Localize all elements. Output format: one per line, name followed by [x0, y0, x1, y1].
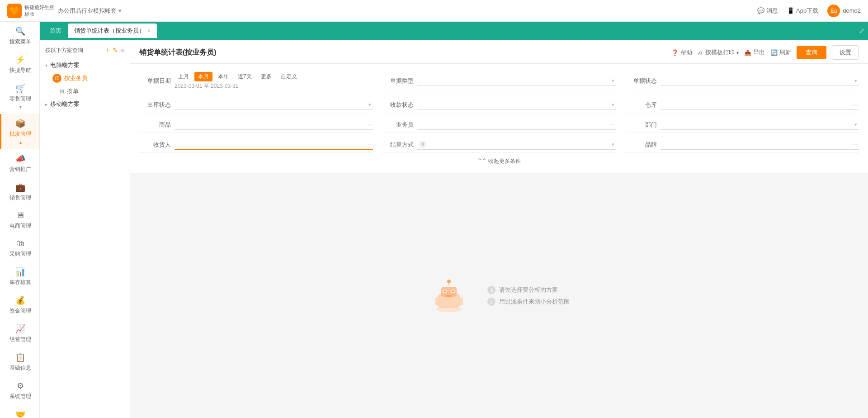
- grid-icon: ⊞: [60, 88, 64, 95]
- basic-info-icon: 📋: [15, 352, 25, 362]
- tab-home[interactable]: 首页: [43, 24, 68, 38]
- collapse-up-icon: ⌃⌃: [477, 157, 486, 165]
- help-btn[interactable]: ❓ 帮助: [671, 48, 692, 57]
- doc-status-label: 单据状态: [625, 77, 657, 85]
- scheme-tree: ▾ 电脑端方案 按 按业务员 ⊞ 按单: [40, 57, 130, 112]
- salesperson-dots[interactable]: ···: [609, 121, 614, 128]
- date-tab-this-month[interactable]: 本月: [194, 72, 212, 81]
- query-btn[interactable]: 查询: [797, 46, 826, 59]
- doc-status-arrow[interactable]: ▾: [854, 78, 857, 84]
- message-btn[interactable]: 💬 消息: [757, 7, 778, 15]
- date-tab-custom[interactable]: 自定义: [277, 72, 301, 81]
- purchase-icon: 🛍: [16, 239, 24, 248]
- user-menu[interactable]: Ea demo2: [827, 5, 861, 17]
- date-tab-more[interactable]: 更多: [257, 72, 275, 81]
- warehouse-input[interactable]: ···: [660, 100, 859, 110]
- brand-label: 品牌: [625, 141, 657, 149]
- doc-type-arrow[interactable]: ▾: [612, 78, 614, 84]
- warehouse-dots[interactable]: ···: [852, 101, 857, 108]
- settlement-input[interactable]: × ▾: [417, 139, 616, 150]
- doc-status-input[interactable]: ▾: [660, 76, 859, 86]
- page-title: 销货单统计表(按业务员): [139, 48, 217, 57]
- sidebar-item-inventory[interactable]: 📊 库存核算: [0, 262, 39, 291]
- scheme-node-icon: 按: [52, 74, 61, 83]
- goods-dots[interactable]: ···: [366, 121, 372, 128]
- sidebar-item-finance[interactable]: 💰 资金管理: [0, 291, 39, 319]
- consignee-field[interactable]: [176, 141, 366, 148]
- sidebar-item-wholesale[interactable]: 📦 批发管理 ▴: [0, 114, 39, 149]
- sidebar-item-ecommerce[interactable]: 🖥 电商管理: [0, 206, 39, 234]
- date-tab-this-year[interactable]: 本年: [214, 72, 232, 81]
- out-status-input[interactable]: ▾: [175, 100, 373, 110]
- sidebar-item-retail[interactable]: 🛒 零售管理 ▾: [0, 79, 39, 114]
- tab-expand-btn[interactable]: ⤢: [859, 27, 864, 34]
- sidebar-item-purchase[interactable]: 🛍 采购管理: [0, 234, 39, 262]
- inventory-icon: 📊: [15, 267, 25, 277]
- scheme-group-header-desktop[interactable]: ▾ 电脑端方案: [40, 59, 130, 71]
- app-download-btn[interactable]: 📱 App下载: [787, 7, 818, 15]
- scheme-sub-node-by-order[interactable]: ⊞ 按单: [40, 85, 130, 98]
- doc-type-field[interactable]: [419, 77, 611, 84]
- sidebar-item-sales[interactable]: 💼 销售管理: [0, 178, 39, 206]
- warehouse-field[interactable]: [662, 101, 852, 108]
- date-tab-last-month[interactable]: 上月: [175, 72, 193, 81]
- quick-nav-icon: ⚡: [15, 55, 25, 65]
- doc-status-field[interactable]: [662, 77, 854, 84]
- empty-tip-2: 2 用过滤条件来缩小分析范围: [487, 298, 570, 306]
- receipt-status-input[interactable]: ▾: [417, 100, 616, 110]
- receipt-status-arrow[interactable]: ▾: [612, 102, 614, 108]
- tab-close-btn[interactable]: ×: [147, 28, 151, 34]
- settlement-arrow[interactable]: ▾: [612, 142, 614, 147]
- empty-illustration: [429, 276, 469, 316]
- sidebar-item-operations[interactable]: 📈 经营管理: [0, 319, 39, 348]
- scheme-edit-btn[interactable]: ✎: [113, 47, 118, 54]
- download-icon: 📱: [787, 7, 794, 14]
- receipt-status-field[interactable]: [419, 101, 611, 108]
- receipt-status-label: 收款状态: [382, 101, 414, 109]
- sidebar-item-enterprise[interactable]: 🤝 企业协同: [0, 405, 39, 418]
- scheme-node-by-salesperson[interactable]: 按 按业务员: [40, 71, 130, 85]
- logo-area: 🧡 畅捷通好生意 标版: [7, 4, 54, 18]
- sidebar-item-basic-info[interactable]: 📋 基础信息: [0, 348, 39, 376]
- department-input[interactable]: ▾: [660, 120, 859, 130]
- scheme-group-header-mobile[interactable]: ▸ 移动端方案: [40, 98, 130, 110]
- department-arrow[interactable]: ▾: [854, 122, 857, 128]
- enterprise-icon: 🤝: [15, 409, 25, 418]
- brand-dots[interactable]: ···: [852, 141, 857, 148]
- chevron-down-icon[interactable]: ▾: [118, 7, 122, 14]
- sidebar-item-system[interactable]: ⚙ 系统管理: [0, 376, 39, 405]
- brand-field[interactable]: [662, 141, 852, 148]
- date-tab-7days[interactable]: 近7天: [234, 72, 255, 81]
- empty-tip-1: 1 请先选择要分析的方案: [487, 286, 570, 294]
- brand-input[interactable]: ···: [660, 139, 859, 150]
- salesperson-input[interactable]: ···: [417, 119, 616, 130]
- salesperson-label: 业务员: [382, 121, 414, 129]
- goods-input[interactable]: ···: [175, 119, 373, 130]
- refresh-btn[interactable]: 🔄 刷新: [770, 48, 791, 57]
- consignee-input[interactable]: ···: [175, 139, 373, 150]
- consignee-dots[interactable]: ···: [366, 141, 372, 148]
- svg-rect-9: [459, 297, 463, 305]
- doc-type-input[interactable]: ▾: [417, 76, 616, 86]
- export-btn[interactable]: 📤 导出: [744, 48, 765, 57]
- department-field[interactable]: [662, 121, 854, 128]
- tab-sales-stat[interactable]: 销货单统计表（按业务员） ×: [68, 24, 157, 38]
- settlement-clear-btn[interactable]: ×: [419, 141, 426, 148]
- out-status-arrow[interactable]: ▾: [368, 102, 371, 108]
- search-icon: 🔍: [15, 26, 25, 36]
- message-icon: 💬: [757, 7, 764, 14]
- goods-field[interactable]: [176, 121, 366, 128]
- sidebar-item-search[interactable]: 🔍 搜索菜单: [0, 22, 39, 50]
- out-status-field[interactable]: [176, 101, 368, 108]
- template-print-btn[interactable]: 🖨 按模板打印 ▾: [698, 48, 739, 57]
- sidebar-item-marketing[interactable]: 📣 营销推广: [0, 149, 39, 178]
- salesperson-field[interactable]: [419, 121, 609, 128]
- out-status-label: 出库状态: [139, 101, 171, 109]
- scheme-add-btn[interactable]: +: [106, 46, 110, 54]
- collapse-row[interactable]: ⌃⌃ 收起更多条件: [139, 155, 859, 168]
- warehouse-filter: 仓库 ···: [625, 97, 859, 113]
- date-range: 2023-03-01 至 2023-03-31: [175, 82, 373, 90]
- sidebar-item-quick-nav[interactable]: ⚡ 快捷导航: [0, 50, 39, 79]
- scheme-collapse-btn[interactable]: «: [121, 47, 124, 54]
- settings-btn[interactable]: 设置: [832, 45, 859, 60]
